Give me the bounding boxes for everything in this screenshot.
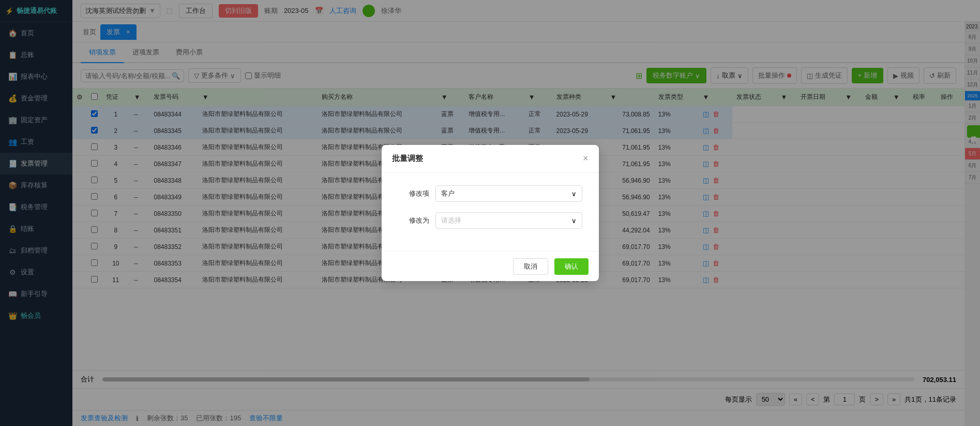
batch-adjust-dialog: 批量调整 × 修改项 客户 ∨ 修改为 请选择 ∨ 取消 确认 — [382, 145, 599, 281]
modify-to-dropdown-icon: ∨ — [571, 217, 577, 225]
modify-field-dropdown-icon: ∨ — [571, 190, 577, 198]
modify-to-row: 修改为 请选择 ∨ — [398, 212, 582, 229]
modify-field-select[interactable]: 客户 ∨ — [435, 185, 582, 202]
modify-to-label: 修改为 — [398, 216, 429, 225]
dialog-overlay: 批量调整 × 修改项 客户 ∨ 修改为 请选择 ∨ 取消 确认 — [0, 0, 980, 426]
dialog-cancel-button[interactable]: 取消 — [513, 258, 548, 275]
modify-field-label: 修改项 — [398, 189, 429, 198]
dialog-footer: 取消 确认 — [382, 252, 599, 281]
modify-to-placeholder: 请选择 — [441, 216, 461, 225]
dialog-header: 批量调整 × — [382, 145, 599, 173]
dialog-close-button[interactable]: × — [583, 153, 589, 164]
modify-field-row: 修改项 客户 ∨ — [398, 185, 582, 202]
dialog-body: 修改项 客户 ∨ 修改为 请选择 ∨ — [382, 173, 599, 252]
dialog-title: 批量调整 — [392, 154, 423, 164]
modify-to-select[interactable]: 请选择 ∨ — [435, 212, 582, 229]
modify-field-value: 客户 — [441, 189, 455, 198]
dialog-confirm-button[interactable]: 确认 — [554, 258, 589, 275]
